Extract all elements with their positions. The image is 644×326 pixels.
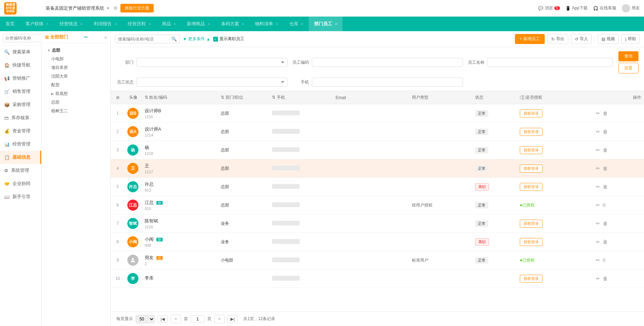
edit-btn-3[interactable]: ✏ <box>596 147 600 153</box>
sidebar-item-operation[interactable]: 📊 经营管理 <box>0 138 41 151</box>
col-dept-header[interactable]: ⇅ 部门/职位 <box>218 91 269 104</box>
nav-tab-home[interactable]: 首页 <box>0 17 20 31</box>
nav-tab-warehouse[interactable]: 仓库 × <box>284 17 309 31</box>
import-btn[interactable]: ↺ 导入 <box>571 34 592 44</box>
edit-btn-7[interactable]: ✏ <box>596 221 600 226</box>
sidebar-item-baseinfo[interactable]: 📋 基础信息 <box>0 151 41 164</box>
online-service-btn[interactable]: 🎧 在线客服 <box>593 5 616 11</box>
view-btn[interactable]: ▤ 视频 <box>598 34 619 44</box>
sidebar-item-purchase[interactable]: 📦 采购管理 <box>0 98 41 111</box>
dept-item-xiaodibu[interactable]: 小电部 <box>44 55 108 63</box>
edit-btn-10[interactable]: ✏ <box>596 276 600 281</box>
copy-btn-6[interactable]: ⎘ <box>603 202 606 208</box>
edit-btn-6[interactable]: ✏ <box>596 202 600 208</box>
dept-root[interactable]: ▼ 总部 <box>44 46 108 55</box>
nav-tab-barcode[interactable]: 条码方案 × <box>216 17 250 31</box>
per-page-select[interactable]: 50 100 <box>136 315 155 323</box>
edit-btn-2[interactable]: ✏ <box>596 129 600 134</box>
export-btn[interactable]: ↻ 导出 <box>547 34 568 44</box>
user-area[interactable]: 用友 <box>622 4 640 12</box>
nav-tab-history[interactable]: 经营历程 × <box>122 17 156 31</box>
sidebar-item-marketing[interactable]: 📢 营销推广 <box>0 72 41 85</box>
delete-btn-4[interactable]: 🗑 <box>603 166 608 171</box>
nav-tab-bom-close[interactable]: × <box>276 22 278 26</box>
sidebar-item-quicknav[interactable]: 🏠 快捷导航 <box>0 59 41 72</box>
edit-btn-4[interactable]: ✏ <box>596 166 600 171</box>
edit-btn-5[interactable]: ✏ <box>596 184 600 190</box>
delete-btn-7[interactable]: 🗑 <box>603 221 608 226</box>
sidebar-item-search[interactable]: 🔍 搜索菜单 <box>0 45 41 59</box>
empname-filter-input[interactable] <box>487 58 613 67</box>
dept-collapse-icon[interactable]: « <box>105 35 107 40</box>
nav-tab-goods-close[interactable]: × <box>174 22 176 26</box>
empstatus-filter-select[interactable] <box>136 78 288 87</box>
nav-tab-customer[interactable]: 客户联络 × <box>20 17 54 31</box>
first-page-btn[interactable]: |◀ <box>157 315 168 323</box>
auth-btn-4[interactable]: 授权登录 <box>520 165 543 173</box>
dept-item-zhishu[interactable]: 植树王二 <box>44 107 108 115</box>
col-settings-header[interactable]: ⚙ <box>111 91 125 104</box>
toolbar-search[interactable]: 🔍 <box>115 35 180 43</box>
nav-tab-new-goods[interactable]: 新增商品 × <box>181 17 215 31</box>
delete-btn-5[interactable]: 🗑 <box>603 184 608 190</box>
reset-btn[interactable]: 设置 <box>618 63 638 73</box>
auth-btn-7[interactable]: 授权登录 <box>520 220 543 228</box>
prev-page-btn[interactable]: ＜ <box>171 315 181 323</box>
last-page-btn[interactable]: ▶| <box>227 315 238 323</box>
auth-btn-2[interactable]: 授权登录 <box>520 128 543 136</box>
nav-tab-employees[interactable]: 部门员工 × <box>309 17 343 31</box>
sidebar-item-system[interactable]: ⚙ 系统管理 <box>0 164 41 177</box>
nav-tab-profit[interactable]: 利润报告 × <box>88 17 122 31</box>
nav-tab-business[interactable]: 经营情况 × <box>54 17 88 31</box>
nav-tab-new-goods-close[interactable]: × <box>208 22 210 26</box>
edit-btn-1[interactable]: ✏ <box>596 111 600 116</box>
auth-btn-10[interactable]: 授权登录 <box>520 275 543 283</box>
nav-tab-warehouse-close[interactable]: × <box>301 22 303 26</box>
more-filters-btn[interactable]: ▼ 更多条件 ▲ <box>183 36 210 42</box>
delete-btn-3[interactable]: 🗑 <box>603 147 608 153</box>
nav-tab-customer-close[interactable]: × <box>46 22 48 26</box>
auth-btn-3[interactable]: 授权登录 <box>520 146 543 154</box>
delete-btn-1[interactable]: 🗑 <box>603 111 608 116</box>
add-employee-btn[interactable]: + 新增员工 <box>515 34 545 44</box>
search-input[interactable] <box>118 37 170 42</box>
next-page-btn[interactable]: ＞ <box>214 315 225 323</box>
nav-tab-barcode-close[interactable]: × <box>242 22 244 26</box>
sidebar-item-sales[interactable]: 🛒 销售管理 <box>0 85 41 98</box>
dept-item-peihuo[interactable]: 配货 <box>44 81 108 89</box>
empcode-filter-input[interactable] <box>312 58 463 67</box>
toolbar-search-icon[interactable]: 🔍 <box>171 36 177 42</box>
sidebar-item-collab[interactable]: 🤝 企业协同 <box>0 177 41 190</box>
show-resigned-checkbox[interactable]: ✓ 显示离职员工 <box>213 36 244 42</box>
delete-btn-8[interactable]: 🗑 <box>603 239 608 245</box>
sidebar-item-inventory[interactable]: 🗃 库存核算 <box>0 111 41 124</box>
nav-tab-employees-close[interactable]: × <box>335 22 337 26</box>
col-phone-header[interactable]: ⇅ 手机 <box>269 91 333 104</box>
auth-btn-8[interactable]: 授权登录 <box>520 238 543 246</box>
page-number-input[interactable] <box>191 315 205 323</box>
dept-filter-select[interactable] <box>136 58 288 67</box>
trial-btn[interactable]: 体验行业方案 <box>120 4 154 12</box>
query-btn[interactable]: 查询 <box>618 51 638 61</box>
col-name-header[interactable]: ⇅ 姓名/编码 <box>142 91 218 104</box>
nav-tab-business-close[interactable]: × <box>80 22 82 26</box>
dept-item-shenyang[interactable]: 沈阳大库 <box>44 72 108 81</box>
copy-btn-9[interactable]: ⎘ <box>603 257 606 263</box>
edit-btn-8[interactable]: ✏ <box>596 239 600 245</box>
delete-btn-10[interactable]: 🗑 <box>603 276 608 281</box>
edit-btn-9[interactable]: ✏ <box>596 257 600 263</box>
help-btn[interactable]: | 帮助 <box>622 34 640 44</box>
delete-btn-2[interactable]: 🗑 <box>603 129 608 134</box>
nav-tab-history-close[interactable]: × <box>148 22 151 26</box>
auth-btn-5[interactable]: 授权登录 <box>520 183 543 191</box>
nav-tab-profit-close[interactable]: × <box>115 22 117 26</box>
sidebar-item-guide[interactable]: 📖 新手引导 <box>0 190 41 203</box>
dept-item-zongbu[interactable]: 总部 <box>44 98 108 107</box>
title-dropdown-icon[interactable]: ▾ <box>107 6 109 11</box>
all-departments-label[interactable]: ⊞ 全部部门 <box>45 34 68 40</box>
dept-item-shuangdi[interactable]: ▶ 双底想 <box>44 89 108 98</box>
sidebar-item-finance[interactable]: 💰 资金管理 <box>0 124 41 138</box>
dept-item-xiangmu[interactable]: 项目库房 <box>44 63 108 72</box>
message-btn[interactable]: 💬 消息 5 <box>538 5 560 11</box>
settings-icon[interactable]: ⚙ <box>114 6 118 11</box>
